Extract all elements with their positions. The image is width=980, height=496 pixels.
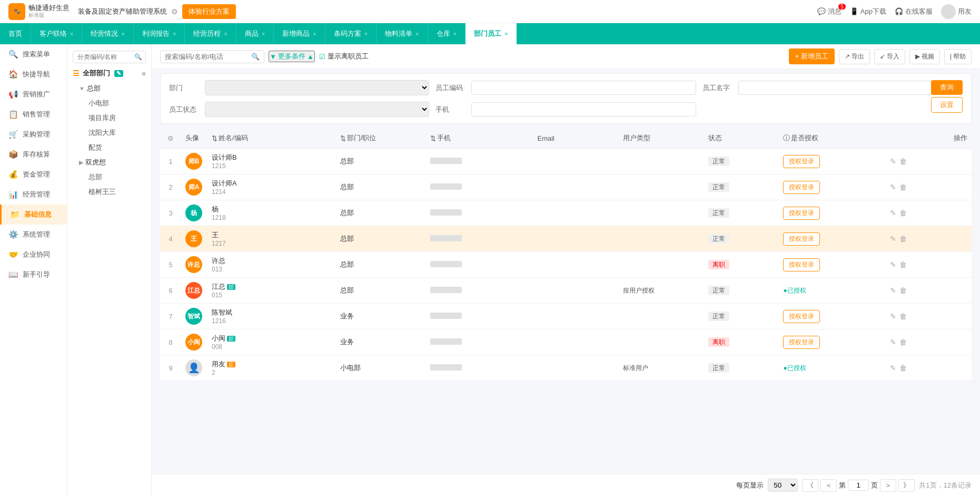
- tab-new-goods-close[interactable]: ×: [313, 31, 316, 37]
- sidebar-item-purchase[interactable]: 🛒 采购管理: [0, 124, 67, 144]
- dept-collapse-icon[interactable]: «: [142, 69, 146, 77]
- edit-btn[interactable]: ✎: [890, 364, 896, 372]
- filter-employee-code-input[interactable]: [471, 81, 696, 95]
- edit-btn[interactable]: ✎: [890, 312, 896, 320]
- edit-btn[interactable]: ✎: [890, 157, 896, 166]
- edit-btn[interactable]: ✎: [890, 209, 896, 217]
- last-page-btn[interactable]: 》: [898, 479, 915, 492]
- search-input[interactable]: [165, 53, 249, 61]
- tab-barcode[interactable]: 条码方案 ×: [325, 23, 377, 44]
- next-page-btn[interactable]: ＞: [880, 479, 896, 492]
- auth-login-btn[interactable]: 授权登录: [783, 207, 820, 220]
- tab-barcode-close[interactable]: ×: [364, 31, 368, 37]
- dept-all-btn[interactable]: ☰ 全部部门 ✎ «: [67, 65, 151, 81]
- dept-item-planting[interactable]: 植树王三: [73, 184, 151, 199]
- search-icon[interactable]: 🔍: [251, 53, 260, 61]
- auth-login-btn[interactable]: 授权登录: [783, 181, 820, 194]
- edit-btn[interactable]: ✎: [890, 235, 896, 243]
- th-name-sortable[interactable]: ⇅ 姓名/编码: [212, 133, 332, 143]
- filter-dept-select[interactable]: [205, 80, 429, 95]
- tab-warehouse[interactable]: 仓库 ×: [428, 23, 466, 44]
- dept-item-shenyang[interactable]: 沈阳大库: [73, 125, 151, 140]
- tab-goods[interactable]: 商品 ×: [236, 23, 274, 44]
- help-button[interactable]: | 帮助: [944, 49, 972, 64]
- query-button[interactable]: 查询: [931, 80, 963, 95]
- tab-history-close[interactable]: ×: [224, 31, 227, 37]
- dept-item-project[interactable]: 项目库房: [73, 111, 151, 125]
- tab-new-goods[interactable]: 新增商品 ×: [274, 23, 325, 44]
- th-dept-sortable[interactable]: ⇅ 部门/职位: [340, 133, 422, 143]
- auth-login-btn[interactable]: 授权登录: [783, 232, 820, 246]
- tab-customer-close[interactable]: ×: [70, 31, 73, 37]
- more-filters-btn[interactable]: ▼ 更多条件 ▲: [269, 51, 315, 62]
- tab-employees[interactable]: 部门员工 ×: [466, 23, 517, 44]
- dept-group-general[interactable]: ▼ 总部: [73, 81, 151, 96]
- edit-btn[interactable]: ✎: [890, 338, 896, 346]
- tab-warehouse-close[interactable]: ×: [453, 31, 457, 37]
- sidebar-item-operation[interactable]: 📊 经营管理: [0, 184, 67, 205]
- edit-btn[interactable]: ✎: [890, 286, 896, 295]
- tab-profit-close[interactable]: ×: [173, 31, 176, 37]
- show-resigned-toggle[interactable]: ☑ 显示离职员工: [319, 52, 369, 61]
- tab-materials[interactable]: 物料清单 ×: [377, 23, 428, 44]
- add-employee-button[interactable]: + 新增员工: [789, 48, 835, 64]
- tab-employees-close[interactable]: ×: [504, 31, 508, 37]
- view-button[interactable]: ▶ 视频: [909, 49, 940, 64]
- table-settings-icon[interactable]: ⚙: [167, 134, 174, 142]
- app-download-btn[interactable]: 📱 App下载: [850, 7, 886, 16]
- page-input[interactable]: [848, 480, 869, 491]
- delete-btn[interactable]: 🗑: [899, 209, 907, 217]
- dept-item-small-elec[interactable]: 小电部: [73, 96, 151, 111]
- delete-btn[interactable]: 🗑: [899, 157, 907, 166]
- trial-button[interactable]: 体验行业方案: [182, 4, 236, 19]
- dept-item-dispatch[interactable]: 配货: [73, 140, 151, 155]
- sidebar-item-quick-nav[interactable]: 🏠 快捷导航: [0, 64, 67, 84]
- tab-history[interactable]: 经营历程 ×: [185, 23, 236, 44]
- tab-goods-close[interactable]: ×: [262, 31, 265, 37]
- tab-materials-close[interactable]: ×: [415, 31, 419, 37]
- filter-phone-input[interactable]: [471, 102, 696, 116]
- first-page-btn[interactable]: 《: [802, 479, 818, 492]
- online-service-btn[interactable]: 🎧 在线客服: [895, 7, 933, 16]
- delete-btn[interactable]: 🗑: [899, 338, 907, 346]
- sidebar-item-marketing[interactable]: 📢 营销推广: [0, 84, 67, 104]
- filter-status-select[interactable]: [205, 102, 429, 117]
- export-button[interactable]: ↗ 导出: [839, 49, 870, 64]
- dept-group-shuanghu[interactable]: ▶ 双虎想: [73, 155, 151, 170]
- user-area[interactable]: 用友: [941, 4, 972, 19]
- set-button[interactable]: 设置: [931, 97, 963, 113]
- sidebar-item-sales[interactable]: 📋 销售管理: [0, 104, 67, 124]
- settings-icon[interactable]: ⚙: [171, 7, 178, 16]
- sidebar-item-finance[interactable]: 💰 资金管理: [0, 164, 67, 184]
- dept-item-general-hq[interactable]: 总部: [73, 170, 151, 184]
- auth-login-btn[interactable]: 授权登录: [783, 258, 820, 271]
- delete-btn[interactable]: 🗑: [899, 183, 907, 191]
- auth-login-btn[interactable]: 授权登录: [783, 155, 820, 168]
- tab-profit[interactable]: 利润报告 ×: [134, 23, 185, 44]
- tab-home[interactable]: 首页: [0, 23, 31, 44]
- delete-btn[interactable]: 🗑: [899, 364, 907, 372]
- message-btn[interactable]: 💬 消息 5: [817, 7, 842, 16]
- sidebar-item-inventory[interactable]: 📦 库存核算: [0, 144, 67, 164]
- th-phone-sortable[interactable]: ⇅ 手机: [430, 133, 529, 143]
- sidebar-item-basic[interactable]: 📁 基础信息: [0, 205, 67, 225]
- tab-operation-close[interactable]: ×: [121, 31, 124, 37]
- auth-login-btn[interactable]: 授权登录: [783, 336, 820, 349]
- sidebar-item-system[interactable]: ⚙️ 系统管理: [0, 225, 67, 245]
- tab-customer[interactable]: 客户联络 ×: [31, 23, 82, 44]
- delete-btn[interactable]: 🗑: [899, 312, 907, 320]
- auth-login-btn[interactable]: 授权登录: [783, 310, 820, 323]
- edit-btn[interactable]: ✎: [890, 260, 896, 269]
- filter-employee-name-input[interactable]: [738, 81, 963, 95]
- edit-btn[interactable]: ✎: [890, 183, 896, 191]
- page-size-select[interactable]: 50 20 100: [768, 479, 798, 492]
- delete-btn[interactable]: 🗑: [899, 235, 907, 243]
- tab-operation[interactable]: 经营情况 ×: [82, 23, 133, 44]
- delete-btn[interactable]: 🗑: [899, 286, 907, 295]
- import-button[interactable]: ↙ 导入: [874, 49, 905, 64]
- prev-page-btn[interactable]: ＜: [820, 479, 837, 492]
- sidebar-item-coop[interactable]: 🤝 企业协同: [0, 245, 67, 265]
- sidebar-item-search[interactable]: 🔍 搜索菜单: [0, 44, 67, 64]
- delete-btn[interactable]: 🗑: [899, 260, 907, 269]
- sidebar-item-guide[interactable]: 📖 新手引导: [0, 265, 67, 285]
